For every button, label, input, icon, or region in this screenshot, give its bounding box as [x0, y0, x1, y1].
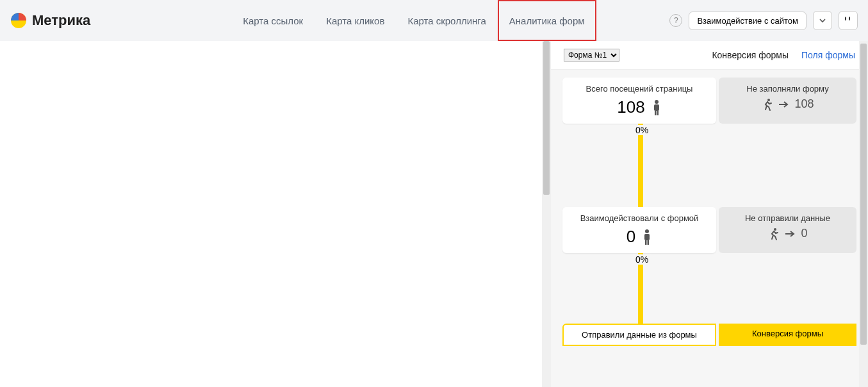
funnel-step-1: Всего посещений страницы 108 Не заполнял… — [562, 78, 856, 124]
svg-rect-3 — [655, 111, 657, 115]
funnel-connector-2: 0% — [562, 253, 856, 324]
nav-label: Карта кликов — [326, 15, 384, 26]
step-main-label: Всего посещений страницы — [569, 84, 710, 94]
nav-form-analytics[interactable]: Аналитика форм — [498, 0, 596, 41]
svg-point-6 — [645, 229, 649, 233]
running-icon — [761, 98, 774, 111]
help-icon[interactable]: ? — [669, 14, 682, 27]
exit-row: 108 — [725, 97, 850, 111]
form-analytics-panel: Форма №1 Конверсия формы Поля формы Всег… — [551, 41, 868, 387]
connector-label: 0% — [633, 254, 651, 265]
nav: Карта ссылок Карта кликов Карта скроллин… — [231, 0, 596, 41]
svg-point-1 — [655, 100, 659, 104]
nav-label: Карта скроллинга — [407, 15, 486, 26]
panel-left-scrollbar[interactable] — [542, 41, 551, 387]
nav-label: Аналитика форм — [509, 15, 585, 26]
svg-rect-8 — [645, 240, 647, 245]
arrow-right-icon — [785, 228, 796, 240]
nav-label: Карта ссылок — [243, 15, 303, 26]
panel-top: Форма №1 Конверсия формы Поля формы — [551, 41, 868, 70]
logo-text: Метрика — [32, 12, 90, 29]
step-main-card: Всего посещений страницы 108 — [562, 78, 716, 124]
site-dropdown[interactable]: Взаимодействие с сайтом — [689, 12, 807, 30]
nav-map-links[interactable]: Карта ссылок — [231, 0, 315, 41]
panel-right-scrollbar[interactable] — [859, 41, 868, 387]
step-side-label: Не заполняли форму — [725, 84, 850, 94]
tab-fields[interactable]: Поля формы — [801, 47, 855, 63]
header: Метрика Карта ссылок Карта кликов Карта … — [0, 0, 868, 41]
final-left-card: Отправили данные из формы — [562, 324, 716, 346]
connector-line — [638, 124, 643, 207]
arrow-right-icon — [779, 99, 789, 110]
funnel: Всего посещений страницы 108 Не заполнял… — [551, 70, 868, 387]
step-main-label: Взаимодействовали с формой — [569, 213, 710, 223]
panel-tabs: Конверсия формы Поля формы — [712, 47, 855, 63]
person-icon — [642, 229, 652, 245]
nav-map-scroll[interactable]: Карта скроллинга — [396, 0, 497, 41]
value-text: 0 — [626, 227, 635, 247]
step-side-card: Не заполняли форму 108 — [719, 78, 856, 124]
connector-label: 0% — [633, 125, 651, 135]
step-main-value: 0 — [626, 227, 652, 247]
tab-conversion[interactable]: Конверсия формы — [712, 47, 789, 63]
site-dropdown-label: Взаимодействие с сайтом — [697, 16, 798, 26]
header-right: ? Взаимодействие с сайтом — [669, 11, 858, 30]
svg-rect-7 — [644, 234, 650, 240]
step-main-value: 108 — [617, 97, 661, 117]
step-side-card: Не отправили данные 0 — [719, 207, 856, 253]
value-text: 108 — [617, 97, 644, 117]
chevron-down-icon[interactable] — [813, 11, 832, 30]
final-right-card: Конверсия формы — [719, 324, 856, 346]
step-main-card: Взаимодействовали с формой 0 — [562, 207, 716, 253]
exit-row: 0 — [725, 227, 850, 240]
scrollbar-thumb[interactable] — [860, 44, 867, 345]
person-icon — [651, 99, 662, 116]
form-select[interactable]: Форма №1 — [564, 49, 619, 62]
funnel-final: Отправили данные из формы Конверсия форм… — [562, 324, 856, 346]
running-icon — [767, 227, 780, 240]
funnel-connector-1: 0% — [562, 124, 856, 207]
step-side-label: Не отправили данные — [725, 213, 850, 223]
logo[interactable]: Метрика — [10, 12, 90, 29]
step-side-value: 0 — [801, 227, 807, 240]
svg-point-5 — [767, 99, 770, 101]
funnel-step-2: Взаимодействовали с формой 0 Не отправил… — [562, 207, 856, 253]
step-side-value: 108 — [794, 97, 814, 111]
feedback-icon[interactable] — [839, 11, 858, 30]
svg-point-10 — [774, 228, 776, 231]
svg-rect-2 — [654, 104, 659, 111]
nav-map-clicks[interactable]: Карта кликов — [315, 0, 396, 41]
svg-rect-4 — [657, 111, 659, 115]
svg-rect-9 — [648, 240, 650, 245]
scrollbar-thumb[interactable] — [543, 41, 550, 195]
metrika-logo-icon — [10, 12, 27, 29]
